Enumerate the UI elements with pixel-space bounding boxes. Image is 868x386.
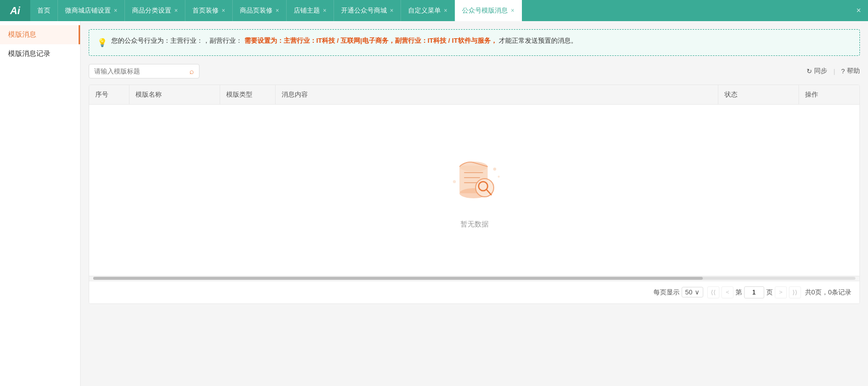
nav-tab-store-settings-label: 微商城店铺设置 [65,6,111,15]
sidebar-item-template-message-record-label: 模版消息记录 [8,49,50,57]
search-input-wrap: ⌕ [89,64,199,79]
help-icon: ? [841,67,845,75]
nav-tab-category-settings-close[interactable]: × [174,7,178,14]
scroll-track[interactable] [93,277,855,280]
dropdown-icon: ∨ [695,288,700,296]
col-header-actions: 操作 [799,85,859,104]
page-nav: ⟨⟨ ＜ 第 页 ＞ ⟩⟩ [707,286,801,298]
scroll-thumb[interactable] [93,277,703,280]
col-header-name: 模版名称 [129,85,220,104]
nav-tab-home-decoration[interactable]: 首页装修 × [185,0,233,21]
alert-text: 您的公众号行业为：主营行业：，副营行业： 需要设置为：主营行业：IT科技 / 互… [111,36,577,46]
alert-prefix: 您的公众号行业为：主营行业：，副营行业： [111,37,242,44]
empty-state: 暂无数据 [444,131,505,249]
nav-tab-template-message-close[interactable]: × [511,7,514,14]
search-bar: ⌕ ↻ 同步 | ? 帮助 [89,64,860,79]
col-header-content: 消息内容 [276,85,718,104]
nav-tab-store-settings-close[interactable]: × [114,7,117,14]
col-header-type: 模版类型 [220,85,276,104]
nav-tab-category-settings[interactable]: 商品分类设置 × [125,0,185,21]
data-table: 序号 模版名称 模版类型 消息内容 状态 操作 [89,85,860,304]
page-label: 第 [736,288,742,297]
help-button[interactable]: ? 帮助 [841,66,860,75]
svg-point-9 [493,168,496,171]
top-nav: Ai 首页 微商城店铺设置 × 商品分类设置 × 首页装修 × 商品页装修 × … [0,0,868,21]
col-header-index: 序号 [89,85,129,104]
nav-tab-home-label: 首页 [37,6,50,15]
content-area: 💡 您的公众号行业为：主营行业：，副营行业： 需要设置为：主营行业：IT科技 /… [81,21,868,386]
nav-tab-category-settings-label: 商品分类设置 [132,6,171,15]
nav-tab-custom-menu-close[interactable]: × [444,7,447,14]
sidebar-item-template-message-record[interactable]: 模版消息记录 [0,44,80,63]
nav-tab-custom-menu[interactable]: 自定义菜单 × [401,0,455,21]
next-page-button[interactable]: ＞ [775,286,787,298]
help-label: 帮助 [847,66,860,75]
nav-tab-store-settings[interactable]: 微商城店铺设置 × [58,0,125,21]
nav-tab-product-decoration-close[interactable]: × [276,7,279,14]
empty-text: 暂无数据 [460,220,489,229]
prev-page-button[interactable]: ＜ [721,286,733,298]
nav-tab-custom-menu-label: 自定义菜单 [408,6,441,15]
table-body: 暂无数据 [89,105,859,276]
nav-tab-store-theme[interactable]: 店铺主题 × [287,0,334,21]
svg-point-10 [498,176,500,178]
nav-tab-template-message[interactable]: 公众号模版消息 × [455,0,522,21]
app-logo: Ai [0,0,30,21]
page-size-dropdown[interactable]: 50 ∨ [682,287,703,297]
sync-label: 同步 [814,66,827,75]
alert-icon: 💡 [97,36,107,49]
nav-tab-home-decoration-close[interactable]: × [222,7,225,14]
sync-icon: ↻ [807,67,812,75]
nav-tab-product-decoration[interactable]: 商品页装修 × [233,0,287,21]
search-icon[interactable]: ⌕ [189,67,194,75]
nav-tab-open-wechat-mall[interactable]: 开通公众号商城 × [334,0,401,21]
empty-illustration [444,151,505,212]
pagination: 每页显示 50 ∨ ⟨⟨ ＜ 第 页 ＞ ⟩⟩ 共0页，0条记录 [89,281,859,303]
sidebar-item-template-message-label: 模版消息 [8,30,36,38]
scrollbar-area[interactable] [89,276,859,281]
nav-tab-open-wechat-mall-close[interactable]: × [390,7,393,14]
alert-box: 💡 您的公众号行业为：主营行业：，副营行业： 需要设置为：主营行业：IT科技 /… [89,29,860,56]
svg-point-11 [453,180,456,183]
nav-tab-store-theme-label: 店铺主题 [294,6,320,15]
alert-suffix: 才能正常发送预置的消息。 [499,37,577,44]
alert-highlight: 需要设置为：主营行业：IT科技 / 互联网|电子商务，副营行业：IT科技 / I… [244,37,497,44]
toolbar-right: ↻ 同步 | ? 帮助 [807,66,860,75]
divider: | [833,67,835,75]
first-page-button[interactable]: ⟨⟨ [707,286,719,298]
sidebar-item-template-message[interactable]: 模版消息 [0,25,80,44]
nav-tab-home-decoration-label: 首页装修 [192,6,219,15]
page-size-value: 50 [685,288,692,296]
page-input[interactable] [744,286,764,298]
last-page-button[interactable]: ⟩⟩ [789,286,801,298]
main-layout: 模版消息 模版消息记录 💡 您的公众号行业为：主营行业：，副营行业： 需要设置为… [0,21,868,386]
nav-tab-store-theme-close[interactable]: × [323,7,326,14]
col-header-status: 状态 [718,85,799,104]
table-header: 序号 模版名称 模版类型 消息内容 状态 操作 [89,85,859,105]
search-input[interactable] [94,67,189,75]
close-all-button[interactable]: × [849,6,868,15]
nav-tab-template-message-label: 公众号模版消息 [462,6,508,15]
sync-button[interactable]: ↻ 同步 [807,66,827,75]
nav-tab-product-decoration-label: 商品页装修 [240,6,273,15]
nav-tab-home[interactable]: 首页 [30,0,58,21]
page-total: 共0页，0条记录 [805,288,851,297]
nav-tab-open-wechat-mall-label: 开通公众号商城 [341,6,387,15]
page-suffix: 页 [766,288,773,297]
page-size-select: 每页显示 50 ∨ [653,287,703,297]
page-size-label: 每页显示 [653,288,680,297]
sidebar: 模版消息 模版消息记录 [0,21,81,386]
